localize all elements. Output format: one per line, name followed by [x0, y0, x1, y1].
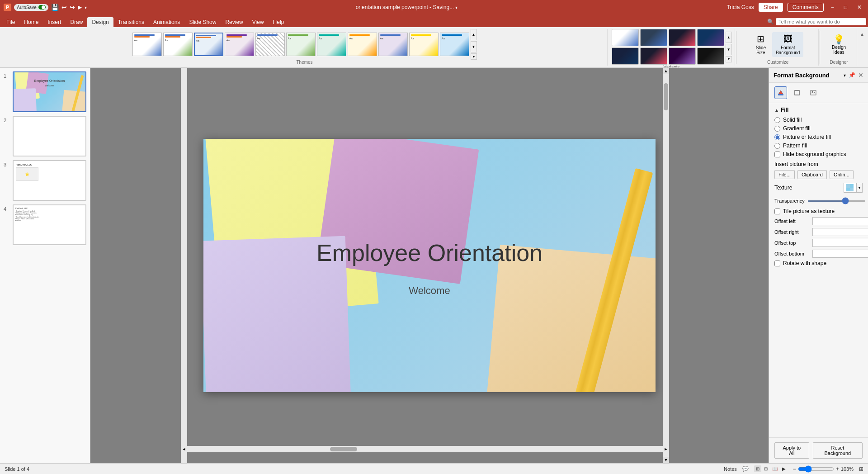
theme-item-11[interactable]: Aa: [440, 33, 469, 56]
gradient-fill-option[interactable]: Gradient fill: [774, 125, 863, 132]
presenter-view-button[interactable]: ▶: [780, 465, 788, 472]
zoom-in-button[interactable]: +: [836, 466, 839, 472]
collapse-ribbon-button[interactable]: ▲: [858, 29, 866, 39]
variants-scroll-more[interactable]: ▾: [726, 56, 732, 62]
theme-item-1[interactable]: Aa: [132, 33, 162, 56]
tab-home[interactable]: Home: [19, 17, 43, 27]
slide-thumb-1[interactable]: 1 Employee Orientation Welcome: [4, 71, 86, 112]
file-button[interactable]: File...: [774, 170, 795, 179]
theme-item-2[interactable]: Aa: [163, 33, 193, 56]
transparency-slider[interactable]: [807, 200, 866, 202]
search-input[interactable]: [776, 18, 866, 25]
variant-item-6[interactable]: [640, 47, 667, 65]
designer-button[interactable]: 💡 Design Ideas: [827, 31, 850, 57]
theme-item-8[interactable]: Aa: [348, 33, 377, 56]
variant-item-1[interactable]: [612, 29, 639, 46]
slide-size-button[interactable]: ⊞ Slide Size: [752, 32, 769, 57]
panel-close-button[interactable]: ✕: [858, 71, 863, 79]
pattern-fill-option[interactable]: Pattern fill: [774, 142, 863, 149]
vscroll-up[interactable]: ▲: [663, 68, 669, 74]
share-button[interactable]: Share: [759, 3, 783, 12]
theme-item-10[interactable]: Aa: [409, 33, 439, 56]
tab-animations[interactable]: Animations: [149, 17, 184, 27]
zoom-value[interactable]: 103%: [841, 466, 854, 472]
variant-item-5[interactable]: [612, 47, 639, 65]
rotate-with-shape-checkbox[interactable]: [774, 261, 780, 266]
redo-icon[interactable]: ↪: [70, 4, 75, 11]
reading-view-button[interactable]: 📖: [770, 465, 779, 472]
shape-icon-button[interactable]: [791, 86, 803, 99]
pattern-fill-radio[interactable]: [774, 143, 780, 149]
maximize-button[interactable]: □: [841, 3, 850, 11]
theme-item-6[interactable]: Aa: [286, 33, 316, 56]
format-background-button[interactable]: 🖼 Format Background: [772, 32, 803, 57]
clipboard-button[interactable]: Clipboard: [797, 170, 827, 179]
themes-scroll-down[interactable]: ▼: [471, 41, 477, 52]
image-icon-button[interactable]: [807, 86, 820, 99]
tab-slideshow[interactable]: Slide Show: [184, 17, 221, 27]
minimize-button[interactable]: −: [828, 3, 837, 11]
offset-top-input[interactable]: -9%: [812, 239, 868, 247]
vscroll-thumb[interactable]: [664, 83, 668, 110]
hscroll-right[interactable]: ►: [663, 446, 669, 452]
tab-view[interactable]: View: [248, 17, 269, 27]
tab-transitions[interactable]: Transitions: [113, 17, 149, 27]
rotate-with-shape-option[interactable]: Rotate with shape: [774, 260, 863, 266]
vscroll-down[interactable]: ▼: [663, 457, 669, 463]
picture-texture-fill-option[interactable]: Picture or texture fill: [774, 134, 863, 140]
autosave-toggle[interactable]: AutoSave: [14, 4, 48, 11]
hide-background-checkbox[interactable]: [774, 152, 780, 157]
theme-item-5[interactable]: Aa: [255, 33, 285, 56]
close-button[interactable]: ✕: [854, 3, 864, 11]
zoom-slider[interactable]: [798, 465, 834, 473]
present-icon[interactable]: ▶: [78, 4, 82, 10]
notes-button[interactable]: Notes: [724, 466, 737, 472]
variant-item-7[interactable]: [669, 47, 696, 65]
themes-scroll-more[interactable]: ▾: [471, 53, 477, 60]
normal-view-button[interactable]: ⊞: [754, 465, 761, 472]
slide-thumb-2[interactable]: 2: [4, 116, 86, 156]
themes-scroll-up[interactable]: ▲: [471, 29, 477, 40]
tab-design[interactable]: Design: [87, 17, 113, 27]
online-button[interactable]: Onlin...: [830, 170, 854, 179]
offset-left-input[interactable]: 0%: [812, 217, 868, 225]
slide-thumb-4[interactable]: 4 ParkDeck, LLC • Employee Personnel Han…: [4, 204, 86, 245]
solid-fill-option[interactable]: Solid fill: [774, 117, 863, 123]
undo-icon[interactable]: ↩: [61, 4, 67, 11]
tile-picture-checkbox[interactable]: [774, 209, 780, 214]
theme-item-4[interactable]: Aa: [225, 33, 254, 56]
panel-pin-icon[interactable]: 📌: [849, 72, 855, 78]
variants-scroll-down[interactable]: ▼: [726, 44, 732, 55]
theme-item-3[interactable]: Aa: [194, 33, 223, 56]
tile-picture-option[interactable]: Tile picture as texture: [774, 208, 863, 214]
comments-count-icon[interactable]: 💬: [742, 466, 749, 472]
fill-icon-button[interactable]: [774, 86, 787, 99]
slide-title[interactable]: Employee Orientation: [316, 239, 542, 266]
texture-picker-button[interactable]: [844, 183, 856, 193]
slide-sorter-button[interactable]: ⊟: [762, 465, 769, 472]
variant-item-3[interactable]: [669, 29, 696, 46]
title-dropdown-icon[interactable]: ▾: [455, 5, 458, 10]
panel-dropdown-icon[interactable]: ▾: [844, 73, 846, 78]
tab-draw[interactable]: Draw: [66, 17, 87, 27]
variant-item-2[interactable]: [640, 29, 667, 46]
slide-thumb-3[interactable]: 3 ParkDeck, LLC ⭐: [4, 160, 86, 201]
slide-canvas[interactable]: Employee Orientation Welcome: [203, 139, 656, 392]
variant-item-4[interactable]: [697, 29, 724, 46]
offset-bottom-input[interactable]: -9%: [812, 250, 868, 258]
fit-to-window-button[interactable]: ⊞: [859, 466, 863, 472]
variants-scroll-up[interactable]: ▲: [726, 32, 732, 43]
hscroll-left[interactable]: ◄: [181, 446, 187, 452]
tab-review[interactable]: Review: [221, 17, 247, 27]
texture-dropdown-button[interactable]: ▾: [856, 183, 863, 193]
reset-background-button[interactable]: Reset Background: [813, 442, 863, 459]
offset-right-input[interactable]: 0%: [812, 228, 868, 236]
tab-help[interactable]: Help: [269, 17, 289, 27]
tab-file[interactable]: File: [2, 17, 19, 27]
fill-section-header[interactable]: ▲ Fill: [774, 107, 863, 113]
theme-item-9[interactable]: Aa: [378, 33, 408, 56]
theme-item-7[interactable]: Aa: [317, 33, 346, 56]
hscroll-thumb[interactable]: [330, 447, 357, 451]
comments-button[interactable]: Comments: [788, 3, 824, 12]
zoom-out-button[interactable]: −: [793, 466, 796, 472]
